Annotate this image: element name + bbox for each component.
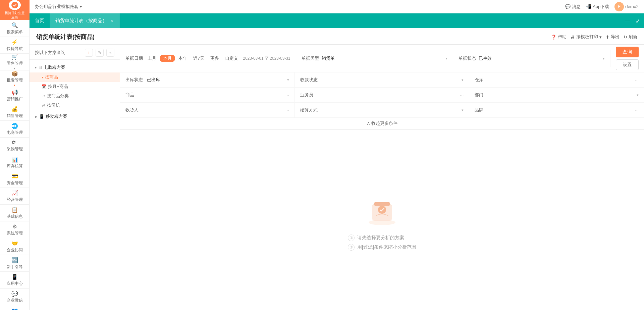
sidebar-item-basic[interactable]: 📋 基础信息 bbox=[0, 205, 29, 221]
help-btn[interactable]: ❓ 帮助 bbox=[551, 34, 567, 40]
tip-num-2: ② bbox=[348, 244, 355, 251]
department-dropdown[interactable]: ▾ bbox=[637, 93, 639, 97]
wechat-icon: 💬 bbox=[11, 291, 18, 297]
date-tab-custom[interactable]: 自定义 bbox=[222, 55, 241, 62]
enterprise-icon: 🤝 bbox=[11, 240, 18, 247]
print-btn[interactable]: 🖨 按模板打印 ▾ bbox=[571, 34, 602, 40]
sidebar-item-finance[interactable]: 💳 资金管理 bbox=[0, 171, 29, 188]
filter-row3: 商品 ··· 业务员 ··· bbox=[120, 88, 644, 103]
logo-icon bbox=[9, 0, 21, 10]
collapse-panel-btn[interactable]: « bbox=[106, 49, 114, 57]
status-filter-label: 单据状态 bbox=[459, 55, 476, 61]
sidebar-item-search[interactable]: 🔍 搜索菜单 bbox=[0, 20, 29, 37]
logo[interactable]: 畅捷信好生意 标版 bbox=[0, 0, 30, 20]
type-filter-value: 销货单 bbox=[322, 55, 335, 61]
sidebar-item-marketing[interactable]: 📢 营销推广 bbox=[0, 87, 29, 104]
retail-icon: 🛒 bbox=[11, 54, 18, 60]
tab-minimize-btn[interactable]: — bbox=[624, 16, 632, 25]
tab-maximize-btn[interactable]: ⤢ bbox=[634, 16, 641, 25]
date-tab-last-month[interactable]: 上月 bbox=[145, 55, 159, 62]
quick-nav-icon: ⚡ bbox=[11, 39, 18, 45]
warehouse-more-icon[interactable]: ··· bbox=[635, 78, 639, 83]
collapse-filter-label: ∧ 收起更多条件 bbox=[367, 120, 398, 126]
wholesale-expand-icon: ▴ bbox=[14, 83, 15, 87]
user-name: demo2 bbox=[625, 4, 639, 9]
sidebar-item-quick-nav[interactable]: ⚡ 快捷导航 bbox=[0, 37, 29, 54]
filter-cell-receiver: 收货人 ··· bbox=[120, 103, 295, 117]
tree-item-by-category[interactable]: 🗂 按商品分类 bbox=[30, 91, 120, 101]
receiver-more-icon[interactable]: ··· bbox=[285, 108, 289, 113]
page-header: 销货单统计表(按商品) ❓ 帮助 🖨 按模板打印 ▾ ⬆ 导出 ↻ 刷新 bbox=[30, 28, 644, 45]
sidebar-item-retail[interactable]: 🛒 零售管理 ▾ bbox=[0, 54, 29, 70]
sidebar-item-purchase[interactable]: 🛍 采购管理 bbox=[0, 138, 29, 154]
sidebar-item-operation[interactable]: 📈 经营管理 bbox=[0, 188, 29, 205]
edit-scheme-btn[interactable]: ✎ bbox=[96, 49, 104, 57]
sidebar-item-guide[interactable]: 🆕 新手引导 bbox=[0, 255, 29, 272]
tree-item-by-product[interactable]: ● 按商品 bbox=[30, 72, 120, 82]
payment-method-dropdown[interactable]: ▾ bbox=[462, 108, 464, 112]
export-label: 导出 bbox=[611, 34, 620, 40]
payment-method-control: ▾ bbox=[322, 108, 464, 112]
payment-status-dropdown[interactable]: ▾ bbox=[462, 78, 464, 82]
sidebar-item-system[interactable]: ⚙ 系统管理 bbox=[0, 221, 29, 238]
salesperson-more-icon[interactable]: ··· bbox=[460, 93, 464, 98]
tab-close-btn[interactable]: ✕ bbox=[109, 18, 114, 23]
user-profile[interactable]: E demo2 bbox=[614, 2, 639, 11]
tree-mobile[interactable]: ▶ 📱 移动端方案 bbox=[30, 111, 120, 121]
tree-item-month-icon: 📅 bbox=[42, 84, 47, 89]
empty-tip-2: ② 用[过滤]条件来缩小分析范围 bbox=[348, 244, 416, 251]
sidebar-item-operation-label: 经营管理 bbox=[7, 197, 23, 203]
refresh-label: 刷新 bbox=[629, 34, 637, 40]
sidebar-item-ecommerce[interactable]: 🌐 电商管理 bbox=[0, 121, 29, 138]
tree-item-by-cashier[interactable]: 🖨 按司机 bbox=[30, 101, 120, 110]
avatar-text: E bbox=[618, 4, 621, 9]
status-dropdown-icon[interactable]: ▾ bbox=[603, 56, 605, 61]
sidebar-item-search-label: 搜索菜单 bbox=[7, 29, 23, 35]
edit-icon: ✎ bbox=[98, 50, 101, 55]
refresh-btn[interactable]: ↻ 刷新 bbox=[624, 34, 637, 40]
main-layout: 按以下方案查询 + ✎ « ▾ bbox=[30, 45, 644, 310]
top-header: 办公用品行业模拟账套 ▾ 💬 消息 📲 App下载 E demo2 bbox=[30, 0, 644, 13]
filter-cell-department: 部门 ▾ bbox=[469, 88, 644, 102]
date-tab-more[interactable]: 更多 bbox=[208, 55, 222, 62]
settings-button[interactable]: 设置 bbox=[616, 59, 639, 70]
warehouse-status-dropdown[interactable]: ▾ bbox=[287, 78, 289, 82]
tab-sales-stats[interactable]: 销货单统计表（按商品） ✕ bbox=[50, 13, 120, 28]
app-download-btn[interactable]: 📲 App下载 bbox=[586, 4, 609, 10]
sidebar-item-sales[interactable]: 💰 销售管理 bbox=[0, 104, 29, 121]
date-tab-this-year[interactable]: 本年 bbox=[176, 55, 190, 62]
product-control: ··· bbox=[147, 93, 289, 98]
tree-desktop[interactable]: ▾ 🖥 电脑端方案 bbox=[30, 62, 120, 72]
svg-point-0 bbox=[11, 2, 18, 8]
tab-home-label: 首页 bbox=[35, 18, 44, 24]
collapse-filter-btn[interactable]: ∧ 收起更多条件 bbox=[120, 118, 644, 129]
tree-item-by-month-product[interactable]: 📅 按月+商品 bbox=[30, 82, 120, 91]
sidebar-item-inventory[interactable]: 📊 库存核算 bbox=[0, 154, 29, 171]
message-btn[interactable]: 💬 消息 bbox=[565, 4, 581, 10]
brand-more-icon[interactable]: ··· bbox=[635, 108, 639, 113]
date-tabs: 上月 本月 本年 近7天 更多 自定义 bbox=[145, 55, 241, 62]
sidebar-item-apps[interactable]: 📱 应用中心 bbox=[0, 272, 29, 289]
date-tab-this-month[interactable]: 本月 bbox=[160, 55, 175, 62]
sidebar-item-wholesale[interactable]: 📦 批发管理 ▴ bbox=[0, 70, 29, 87]
operation-icon: 📈 bbox=[11, 190, 18, 196]
sidebar-item-wechat[interactable]: 💬 企业微信 bbox=[0, 289, 29, 305]
page-actions: ❓ 帮助 🖨 按模板打印 ▾ ⬆ 导出 ↻ 刷新 bbox=[551, 34, 637, 40]
type-dropdown-icon[interactable]: ▾ bbox=[445, 56, 447, 61]
tab-home[interactable]: 首页 bbox=[30, 13, 50, 28]
sidebar-item-wechat-label: 企业微信 bbox=[7, 298, 23, 303]
retail-expand-icon: ▾ bbox=[14, 66, 15, 70]
sidebar-item-enterprise[interactable]: 🤝 企业协同 bbox=[0, 238, 29, 255]
main-area: 办公用品行业模拟账套 ▾ 💬 消息 📲 App下载 E demo2 首页 bbox=[30, 0, 644, 310]
sidebar-item-wholesale-label: 批发管理 bbox=[7, 78, 23, 83]
nav-dropdown[interactable]: 办公用品行业模拟账套 ▾ bbox=[35, 4, 82, 10]
sidebar-item-basic-label: 基础信息 bbox=[7, 214, 23, 219]
query-button[interactable]: 查询 bbox=[616, 47, 639, 57]
purchase-icon: 🛍 bbox=[12, 140, 17, 146]
export-btn[interactable]: ⬆ 导出 bbox=[606, 34, 620, 40]
product-more-icon[interactable]: ··· bbox=[285, 93, 289, 98]
date-filter-label: 单据日期 bbox=[125, 55, 143, 61]
add-scheme-btn[interactable]: + bbox=[85, 49, 93, 57]
sidebar-item-member[interactable]: 👥 畅会员 bbox=[0, 305, 29, 310]
date-tab-7days[interactable]: 近7天 bbox=[191, 55, 207, 62]
